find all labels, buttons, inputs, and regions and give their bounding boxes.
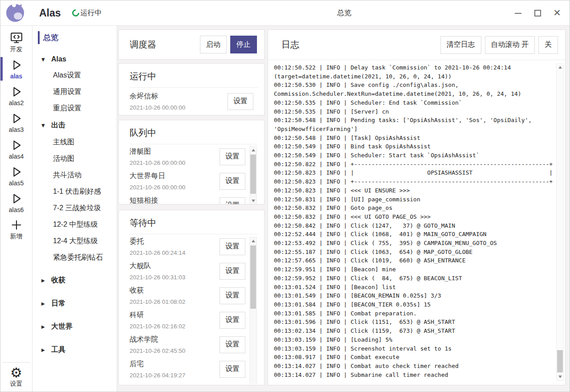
task-setting-button[interactable]: 设置 [220, 263, 245, 280]
log-scrollbar[interactable] [556, 63, 564, 381]
menu-item-通用设置[interactable]: 通用设置 [33, 84, 117, 100]
play-icon [10, 138, 23, 152]
status-indicator: 运行中 [72, 8, 102, 18]
scheduler-panel: 调度器 启动 停止 [118, 29, 265, 60]
task-time: 2021-10-26 00:00:00 [130, 184, 220, 191]
task-row: 大舰队2021-10-26 00:31:03设置 [119, 259, 264, 283]
menu-group-工具[interactable]: ▶工具 [33, 341, 117, 359]
task-name: 潜艇图 [130, 147, 220, 156]
menu-item-主线图[interactable]: 主线图 [33, 134, 117, 151]
rail-item-alas6[interactable]: alas6 [0, 189, 32, 216]
task-setting-button[interactable]: 设置 [220, 197, 245, 205]
menu-item-Alas设置[interactable]: Alas设置 [33, 67, 117, 84]
task-row: 收获2021-10-26 01:08:02设置 [119, 283, 264, 308]
autoscroll-off-button[interactable]: 关 [538, 36, 558, 54]
rail-item-label: alas [10, 73, 22, 80]
app-title: Alas [39, 7, 61, 19]
task-row: 科研2021-10-26 02:16:02设置 [119, 308, 264, 332]
scroll-up-icon[interactable] [558, 66, 562, 69]
task-info: 后宅2021-10-26 04:19:27 [130, 359, 220, 379]
menu-item-紧急委托刷钻石[interactable]: 紧急委托刷钻石 [33, 249, 117, 266]
rail-item-label: 新增 [10, 233, 23, 241]
stop-button[interactable]: 停止 [230, 36, 257, 53]
rail-item-alas5[interactable]: alas5 [0, 163, 32, 189]
pending-title: 队列中 [119, 120, 264, 144]
waiting-panel: 等待中 委托2021-10-26 00:24:14设置大舰队2021-10-26… [118, 210, 265, 385]
task-setting-button[interactable]: 设置 [220, 336, 245, 353]
scheduler-column: 调度器 启动 停止 运行中 余烬信标2021-10-26 00:00:00设置 … [118, 29, 265, 385]
task-setting-button[interactable]: 设置 [220, 287, 245, 304]
log-output[interactable]: 00:12:50.522 | INFO | Delay task `Commis… [268, 60, 565, 385]
menu-group-大世界[interactable]: ▶大世界 [33, 318, 117, 335]
maximize-icon [534, 10, 541, 16]
content-area: 调度器 启动 停止 运行中 余烬信标2021-10-26 00:00:00设置 … [117, 26, 570, 392]
rail-item-新增[interactable]: 新增 [0, 216, 32, 242]
task-info: 短猫相接2021-10-26 00:00:00 [130, 196, 220, 204]
running-title: 运行中 [119, 64, 264, 87]
rail-item-alas[interactable]: alas [0, 56, 32, 82]
task-setting-button[interactable]: 设置 [220, 312, 245, 329]
menu-item-共斗活动[interactable]: 共斗活动 [33, 167, 117, 184]
task-setting-button[interactable]: 设置 [228, 93, 253, 110]
autoscroll-on-button[interactable]: 自动滚动 开 [485, 36, 535, 54]
start-button[interactable]: 启动 [200, 36, 227, 53]
pending-scrollbar[interactable] [249, 146, 257, 204]
rail-item-alas4[interactable]: alas4 [0, 136, 32, 162]
minimize-icon [515, 13, 521, 14]
log-line: 00:12:50.549 | INFO | Bind task OpsiAshA… [274, 142, 552, 151]
task-name: 余烬信标 [130, 92, 228, 101]
menu-group-收获[interactable]: ▶收获 [33, 272, 117, 289]
task-name: 战术学院 [130, 335, 220, 344]
waiting-scrollbar[interactable] [249, 237, 257, 384]
task-row: 战术学院2021-10-26 02:45:50设置 [119, 332, 264, 357]
log-line: 00:13:14.027 | INFO | Submarine call tim… [274, 371, 552, 380]
scroll-down-icon[interactable] [558, 376, 562, 378]
scroll-down-icon[interactable] [252, 200, 255, 202]
rail-item-settings[interactable]: ⚙ 设置 [2, 362, 30, 392]
log-title: 日志 [281, 39, 440, 51]
rail-item-label: alas2 [9, 99, 24, 106]
menu-group-出击[interactable]: ▼出击 [33, 117, 117, 134]
menu-item-12-2 中型练级[interactable]: 12-2 中型练级 [33, 216, 117, 233]
log-line: 00:12:50.548 | INFO | Pending tasks: ['O… [274, 116, 552, 125]
log-line: 00:13:03.159 | INFO | Screenshot interva… [274, 344, 552, 353]
log-line: 00:12:50.823 | INFO | <<< UI ENSURE >>> [274, 186, 552, 195]
menu-item-7-2 三战捡垃圾[interactable]: 7-2 三战捡垃圾 [33, 200, 117, 216]
menu-group-label: 收获 [51, 276, 65, 285]
scrollbar-thumb[interactable] [250, 245, 256, 309]
task-setting-button[interactable]: 设置 [220, 173, 245, 190]
scrollbar-thumb[interactable] [557, 350, 563, 372]
scroll-up-icon[interactable] [252, 149, 255, 151]
maximize-button[interactable] [528, 0, 547, 26]
scrollbar-thumb[interactable] [250, 155, 256, 194]
scroll-up-icon[interactable] [252, 240, 255, 242]
menu-group-Alas[interactable]: ▼Alas [33, 51, 117, 67]
log-line: 00:12:50.832 | INFO | <<< UI GOTO PAGE_O… [274, 212, 552, 221]
log-header: 日志 清空日志 自动滚动 开 关 [268, 30, 565, 60]
close-button[interactable]: ✕ [547, 0, 567, 26]
log-panel: 日志 清空日志 自动滚动 开 关 00:12:50.522 | INFO | D… [268, 29, 566, 385]
chevron-right-icon: ▶ [41, 301, 48, 306]
clear-log-button[interactable]: 清空日志 [440, 36, 481, 54]
menu-item-overview[interactable]: 总览 [33, 31, 117, 44]
menu-group-日常[interactable]: ▶日常 [33, 295, 117, 312]
rail-item-alas3[interactable]: alas3 [0, 109, 32, 135]
task-info: 收获2021-10-26 01:08:02 [130, 286, 220, 305]
log-line: 00:12:50.823 | INFO | | OPSIASHASSIST | [274, 168, 552, 177]
menu-group-label: 工具 [51, 345, 65, 355]
chevron-right-icon: ▶ [41, 347, 48, 352]
task-name: 科研 [130, 310, 220, 320]
menu-item-1-1 伏击刷好感[interactable]: 1-1 伏击刷好感 [33, 184, 117, 200]
rail-item-alas2[interactable]: alas2 [0, 82, 32, 109]
task-time: 2021-10-26 01:08:02 [130, 298, 220, 305]
rail-item-开发[interactable]: 开发 [0, 29, 32, 55]
task-setting-button[interactable]: 设置 [220, 361, 245, 378]
task-info: 大世界每日2021-10-26 00:00:00 [130, 172, 220, 191]
task-setting-button[interactable]: 设置 [220, 238, 245, 255]
menu-item-活动图[interactable]: 活动图 [33, 151, 117, 167]
task-setting-button[interactable]: 设置 [220, 148, 245, 165]
chevron-right-icon: ▶ [41, 278, 48, 283]
minimize-button[interactable] [508, 0, 528, 26]
menu-item-重启设置[interactable]: 重启设置 [33, 100, 117, 117]
menu-item-12-4 大型练级[interactable]: 12-4 大型练级 [33, 233, 117, 249]
